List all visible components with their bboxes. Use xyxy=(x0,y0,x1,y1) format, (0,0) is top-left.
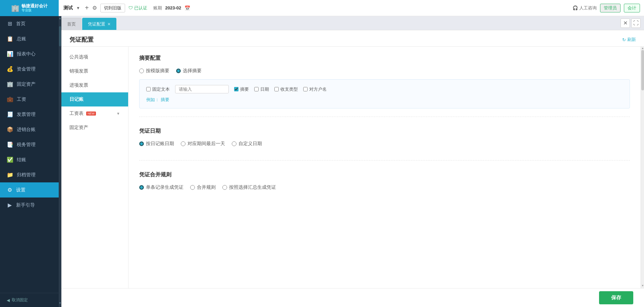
cancel-fixed-button[interactable]: ◀ 取消固定 xyxy=(0,293,59,307)
tab-config[interactable]: 凭证配置 ✕ xyxy=(82,18,116,30)
settings-icon[interactable]: ⚙ xyxy=(92,5,97,11)
date-checkbox[interactable] xyxy=(254,87,259,91)
summary-config-row: 固定文本 摘要 日期 xyxy=(146,85,623,93)
left-nav-item-purchase[interactable]: 进项发票 xyxy=(61,78,128,92)
reports-icon: 📊 xyxy=(7,51,13,57)
left-nav-item-payroll[interactable]: 工资表 NEW ▼ xyxy=(61,106,128,121)
content-area: 首页 凭证配置 ✕ ✕ ⛶ 凭证配置 ↻ 刷新 xyxy=(61,16,644,307)
summary-config-box: 固定文本 摘要 日期 xyxy=(139,79,630,108)
merge-title: 凭证合并规则 xyxy=(139,171,630,178)
tax-icon: 📑 xyxy=(7,141,13,148)
date-radio-journal[interactable]: 按日记账日期 xyxy=(139,141,174,147)
summary-radio-select-input[interactable] xyxy=(176,69,181,73)
new-badge: NEW xyxy=(86,112,96,116)
settings-sidebar-icon: ⚙ xyxy=(7,187,13,193)
assets-icon: 🏢 xyxy=(7,81,13,87)
certified-text: 已认证 xyxy=(134,5,147,11)
merge-radio-select-input[interactable] xyxy=(222,185,227,190)
tab-expand-button[interactable]: ⛶ xyxy=(631,18,641,28)
summary-checkbox[interactable] xyxy=(234,87,238,91)
sidebar-item-closing[interactable]: ✅ 结账 xyxy=(0,152,59,167)
bottom-bar: 保存 xyxy=(61,288,644,307)
certified-badge: 🛡 已认证 xyxy=(128,5,147,11)
consult-button[interactable]: 🎧 人工咨询 xyxy=(573,5,597,11)
home-icon: ⊞ xyxy=(7,20,13,27)
sidebar-item-ledger[interactable]: 📋 总账 xyxy=(0,31,59,46)
date-radio-custom[interactable]: 自定义日期 xyxy=(232,141,262,147)
tab-home[interactable]: 首页 xyxy=(61,18,82,30)
summary-title: 摘要配置 xyxy=(139,55,630,62)
sidebar-item-salary[interactable]: 💼 工资 xyxy=(0,92,59,107)
sidebar-item-settings[interactable]: ⚙ 设置 xyxy=(0,182,59,198)
date-checkbox-label[interactable]: 日期 xyxy=(254,86,269,92)
period-label: 账期 xyxy=(153,5,162,11)
date-radio-custom-input[interactable] xyxy=(232,141,236,146)
fixed-text-input[interactable] xyxy=(175,85,229,93)
calendar-icon[interactable]: 📅 xyxy=(184,5,190,11)
add-icon[interactable]: + xyxy=(85,4,89,12)
old-version-button[interactable]: 切到旧版 xyxy=(100,4,125,12)
sidebar-item-guide[interactable]: ▶ 新手引导 xyxy=(0,198,59,213)
sidebar-item-invoice[interactable]: 🧾 发票管理 xyxy=(0,107,59,122)
merge-radio-single-input[interactable] xyxy=(139,185,144,190)
scroll-bottom-arrow[interactable]: ▼ xyxy=(641,284,644,288)
refresh-button[interactable]: ↻ 刷新 xyxy=(622,37,636,43)
pin-icon: ◀ xyxy=(7,298,10,303)
admin-button[interactable]: 管理员 xyxy=(600,4,621,12)
merge-radio-single[interactable]: 单条记录生成凭证 xyxy=(139,184,183,190)
sidebar-item-capital[interactable]: 💰 资金管理 xyxy=(0,61,59,77)
date-radio-group: 按日记账日期 对应期间最后一天 自定义日期 xyxy=(139,141,630,147)
sidebar-item-home[interactable]: ⊞ 首页 xyxy=(0,16,59,31)
fixed-text-checkbox[interactable] xyxy=(146,87,151,91)
fixed-text-checkbox-label[interactable]: 固定文本 xyxy=(146,86,170,92)
scroll-arrow-down[interactable]: ▼ xyxy=(59,302,61,306)
top-header: 🏢 畅捷通好会计 专业版 测试 ▼ + ⚙ 切到旧版 🛡 已认证 账期 2023… xyxy=(0,0,644,16)
left-nav-item-journal[interactable]: 日记账 xyxy=(61,92,128,106)
summary-radio-select[interactable]: 选择摘要 xyxy=(176,68,202,74)
date-radio-period-last[interactable]: 对应期间最后一天 xyxy=(181,141,225,147)
income-expense-checkbox-label[interactable]: 收支类型 xyxy=(274,86,298,92)
left-nav-item-sales[interactable]: 销项发票 xyxy=(61,64,128,78)
tab-close-icon[interactable]: ✕ xyxy=(107,22,111,27)
dropdown-icon[interactable]: ▼ xyxy=(76,6,80,10)
merge-radio-rule-input[interactable] xyxy=(190,185,195,190)
inner-layout: 公共选项 销项发票 进项发票 日记账 工资表 NEW xyxy=(61,47,644,288)
date-radio-period-last-input[interactable] xyxy=(181,141,185,146)
summary-section: 摘要配置 按模版摘要 选择摘要 xyxy=(139,55,630,117)
date-radio-journal-input[interactable] xyxy=(139,141,144,146)
archive-icon: 📁 xyxy=(7,172,13,178)
tab-close-button[interactable]: ✕ xyxy=(621,18,630,28)
sidebar-item-reports[interactable]: 📊 报表中心 xyxy=(0,46,59,61)
sidebar: ⊞ 首页 📋 总账 📊 报表中心 💰 资金管理 🏢 固定资产 💼 工资 xyxy=(0,16,59,307)
page-header: 凭证配置 ↻ 刷新 xyxy=(61,30,644,47)
right-content: 摘要配置 按模版摘要 选择摘要 xyxy=(128,47,641,288)
save-button[interactable]: 保存 xyxy=(599,291,633,304)
scroll-top-arrow[interactable]: ▲ xyxy=(641,47,644,51)
closing-icon: ✅ xyxy=(7,157,13,163)
sidebar-item-archive[interactable]: 📁 归档管理 xyxy=(0,167,59,182)
income-expense-checkbox[interactable] xyxy=(274,87,279,91)
summary-radio-template-input[interactable] xyxy=(139,69,144,73)
sidebar-scrollbar[interactable]: ▲ ▼ xyxy=(59,16,61,307)
sidebar-item-trade[interactable]: 📦 进销台账 xyxy=(0,122,59,137)
logo-sub: 专业版 xyxy=(21,8,48,12)
counterpart-checkbox[interactable] xyxy=(303,87,308,91)
page-title: 凭证配置 xyxy=(69,36,94,44)
sidebar-item-assets[interactable]: 🏢 固定资产 xyxy=(0,77,59,92)
trade-icon: 📦 xyxy=(7,126,13,133)
merge-section: 凭证合并规则 单条记录生成凭证 合并规则 xyxy=(139,171,630,204)
sidebar-item-tax[interactable]: 📑 税务管理 xyxy=(0,137,59,152)
accountant-button[interactable]: 会计 xyxy=(624,4,640,12)
merge-radio-select[interactable]: 按照选择汇总生成凭证 xyxy=(222,184,276,190)
right-scrollbar[interactable]: ▲ ▼ xyxy=(641,47,644,288)
summary-checkbox-label[interactable]: 摘要 xyxy=(234,86,249,92)
guide-icon: ▶ xyxy=(7,202,13,208)
summary-radio-template[interactable]: 按模版摘要 xyxy=(139,68,169,74)
counterpart-checkbox-label[interactable]: 对方户名 xyxy=(303,86,327,92)
merge-radio-rule[interactable]: 合并规则 xyxy=(190,184,216,190)
left-nav: 公共选项 销项发票 进项发票 日记账 工资表 NEW xyxy=(61,47,128,288)
left-nav-item-public[interactable]: 公共选项 xyxy=(61,50,128,64)
scroll-arrow-up[interactable]: ▲ xyxy=(59,17,61,21)
left-nav-item-fixed-assets[interactable]: 固定资产 xyxy=(61,121,128,135)
headset-icon: 🎧 xyxy=(573,5,578,10)
